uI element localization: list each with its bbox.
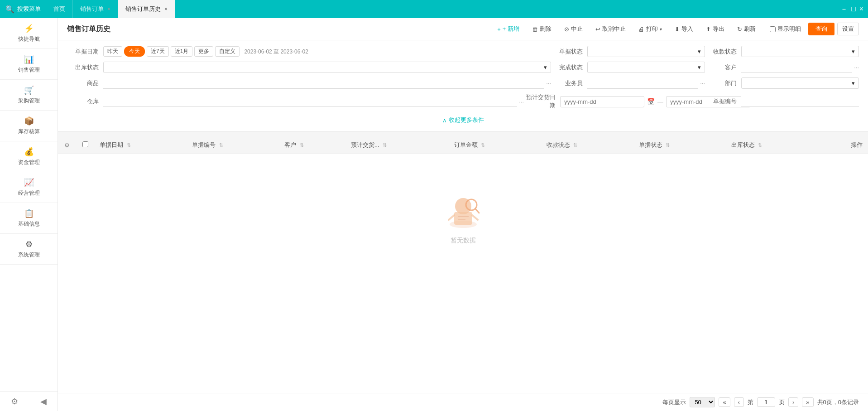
salesperson-input[interactable] bbox=[587, 78, 698, 89]
sidebar-item-purchase-mgmt[interactable]: 🛒 采购管理 bbox=[0, 80, 58, 111]
empty-state: 暂无数据 bbox=[58, 154, 868, 281]
date-separator: — bbox=[657, 98, 663, 105]
sidebar-item-operations[interactable]: 📈 经营管理 bbox=[0, 172, 58, 203]
warehouse-status-select[interactable]: ▾ bbox=[103, 62, 551, 73]
customer-label: 客户 bbox=[705, 63, 741, 72]
doc-no-input[interactable] bbox=[741, 96, 859, 107]
stop-icon: ⊘ bbox=[564, 26, 569, 33]
department-dropdown-icon: ▾ bbox=[852, 80, 855, 87]
settings-button[interactable]: 设置 bbox=[837, 23, 859, 35]
date-btn-7days[interactable]: 近7天 bbox=[147, 46, 169, 57]
sort-customer-icon[interactable]: ⇅ bbox=[300, 142, 304, 148]
table-settings-icon[interactable]: ⚙ bbox=[64, 142, 70, 149]
total-info: 共0页，0条记录 bbox=[817, 398, 859, 406]
stop-button[interactable]: ⊘ 中止 bbox=[560, 23, 587, 35]
sidebar-collapse-icon[interactable]: ◀ bbox=[40, 396, 47, 406]
receipt-status-select[interactable]: ▾ bbox=[741, 46, 859, 57]
pagination-bar: 每页显示 10 20 50 100 « ‹ 第 页 › » 共0页，0条记录 bbox=[58, 393, 868, 411]
sidebar-item-system-mgmt[interactable]: ⚙ 系统管理 bbox=[0, 234, 58, 265]
sort-docno-icon[interactable]: ⇅ bbox=[219, 142, 223, 148]
th-doc-status: 单据状态 ⇅ bbox=[633, 136, 726, 154]
sort-amount-icon[interactable]: ⇅ bbox=[481, 142, 485, 148]
warehouse-dots[interactable]: ··· bbox=[519, 98, 524, 105]
goods-input[interactable] bbox=[103, 78, 544, 89]
th-customer: 客户 ⇅ bbox=[279, 136, 345, 154]
empty-svg bbox=[441, 190, 486, 231]
sidebar-item-finance[interactable]: 💰 资金管理 bbox=[0, 141, 58, 172]
sidebar-item-inventory[interactable]: 📦 库存核算 bbox=[0, 111, 58, 141]
sort-receipt-icon[interactable]: ⇅ bbox=[573, 142, 577, 148]
sidebar-label-purchase-mgmt: 采购管理 bbox=[18, 97, 40, 105]
sort-doc-status-icon[interactable]: ⇅ bbox=[666, 142, 670, 148]
department-label: 部门 bbox=[705, 79, 741, 87]
sidebar-item-sales-mgmt[interactable]: 📊 销售管理 bbox=[0, 49, 58, 80]
date-btn-today[interactable]: 今天 bbox=[124, 46, 145, 57]
sidebar-settings-icon[interactable]: ⚙ bbox=[11, 396, 18, 406]
refresh-button[interactable]: ↻ 刷新 bbox=[733, 23, 760, 35]
completion-status-label: 完成状态 bbox=[551, 63, 587, 72]
minimize-btn[interactable]: － bbox=[840, 5, 848, 14]
th-warehouse-status: 出库状态 ⇅ bbox=[726, 136, 818, 154]
sidebar-label-operations: 经营管理 bbox=[18, 189, 40, 197]
close-btn[interactable]: × bbox=[859, 5, 863, 13]
customer-dots[interactable]: ··· bbox=[854, 64, 859, 71]
show-detail-checkbox[interactable] bbox=[770, 26, 776, 32]
date-btn-yesterday[interactable]: 昨天 bbox=[103, 46, 122, 57]
completion-status-select[interactable]: ▾ bbox=[587, 62, 705, 73]
department-select[interactable]: ▾ bbox=[741, 77, 859, 89]
finance-icon: 💰 bbox=[24, 147, 34, 157]
calendar-from-icon[interactable]: 📅 bbox=[647, 98, 655, 105]
collapse-label: 收起更多条件 bbox=[449, 116, 484, 124]
delete-button[interactable]: 🗑 删除 bbox=[528, 23, 556, 35]
doc-status-dropdown-icon: ▾ bbox=[698, 48, 701, 55]
filter-area: 单据日期 昨天 今天 近7天 近1月 更多 自定义 2023-06-02 至 2… bbox=[58, 40, 868, 132]
prev-page-btn[interactable]: ‹ bbox=[734, 397, 744, 407]
basic-info-icon: 📋 bbox=[24, 208, 34, 218]
tab-home[interactable]: 首页 bbox=[46, 0, 73, 18]
select-all-checkbox[interactable] bbox=[82, 141, 88, 147]
date-btn-1month[interactable]: 近1月 bbox=[171, 46, 193, 57]
date-btn-more[interactable]: 更多 bbox=[194, 46, 213, 57]
last-page-btn[interactable]: » bbox=[802, 397, 813, 407]
export-icon: ⬆ bbox=[706, 26, 711, 33]
page-input[interactable] bbox=[757, 397, 775, 407]
cancel-stop-button[interactable]: ↩ 取消中止 bbox=[591, 23, 630, 35]
first-page-btn[interactable]: « bbox=[719, 397, 730, 407]
sort-delivery-icon[interactable]: ⇅ bbox=[383, 142, 387, 148]
show-detail-checkbox-group: 显示明细 bbox=[770, 25, 801, 33]
sidebar-item-quick-nav[interactable]: ⚡ 快捷导航 bbox=[0, 18, 58, 49]
delivery-date-from[interactable] bbox=[560, 96, 644, 107]
per-page-select[interactable]: 10 20 50 100 bbox=[690, 397, 715, 407]
tab-bar: 首页 销售订单 × 销售订单历史 × bbox=[46, 0, 836, 18]
salesperson-dots[interactable]: ··· bbox=[700, 80, 705, 87]
filter-col-customer: 客户 ··· bbox=[705, 62, 859, 73]
import-button[interactable]: ⬇ 导入 bbox=[670, 23, 698, 35]
tab-close-history[interactable]: × bbox=[164, 6, 168, 12]
query-button[interactable]: 查询 bbox=[808, 23, 834, 35]
maximize-btn[interactable]: □ bbox=[851, 5, 856, 13]
next-page-btn[interactable]: › bbox=[788, 397, 798, 407]
sidebar-item-basic-info[interactable]: 📋 基础信息 bbox=[0, 203, 58, 234]
collapse-button[interactable]: ∧ 收起更多条件 bbox=[67, 114, 859, 126]
date-label: 单据日期 bbox=[67, 48, 103, 56]
search-menu[interactable]: 🔍 搜索菜单 bbox=[0, 0, 46, 18]
tab-sales-order[interactable]: 销售订单 × bbox=[73, 0, 118, 18]
th-docno: 单据编号 ⇅ bbox=[187, 136, 279, 154]
tab-close-sales-order[interactable]: × bbox=[107, 6, 110, 12]
customer-input[interactable] bbox=[741, 62, 852, 73]
sort-date-icon[interactable]: ⇅ bbox=[127, 142, 131, 148]
inventory-icon: 📦 bbox=[24, 116, 34, 126]
tab-sales-order-history[interactable]: 销售订单历史 × bbox=[118, 0, 175, 18]
filter-col-warehouse: 仓库 ··· bbox=[67, 96, 524, 107]
table-body: 暂无数据 bbox=[58, 154, 868, 281]
export-button[interactable]: ⬆ 导出 bbox=[701, 23, 729, 35]
new-button[interactable]: + + 新增 bbox=[493, 23, 524, 35]
warehouse-input[interactable] bbox=[103, 96, 517, 107]
th-receipt-status: 收款状态 ⇅ bbox=[541, 136, 633, 154]
goods-dots[interactable]: ··· bbox=[546, 80, 551, 87]
doc-status-select[interactable]: ▾ bbox=[587, 46, 705, 57]
sort-warehouse-status-icon[interactable]: ⇅ bbox=[758, 142, 762, 148]
date-btn-custom[interactable]: 自定义 bbox=[215, 46, 240, 57]
sidebar-label-inventory: 库存核算 bbox=[18, 128, 40, 135]
print-button[interactable]: 🖨 打印 ▾ bbox=[634, 23, 667, 35]
